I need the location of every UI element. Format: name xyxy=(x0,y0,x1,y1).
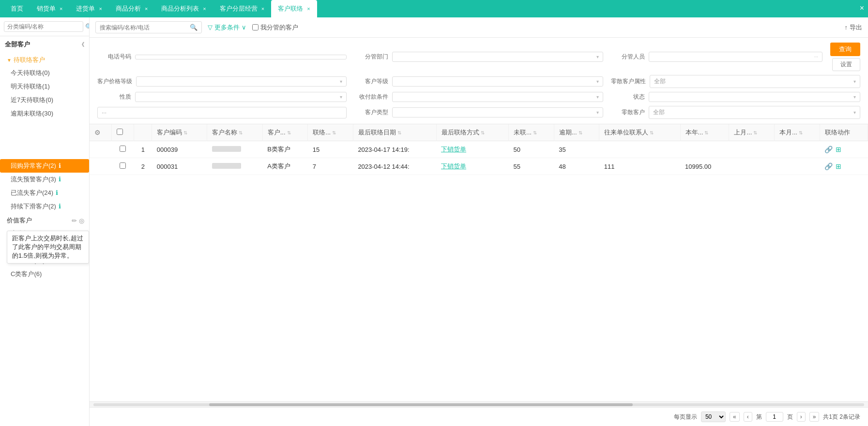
query-settings-actions: 查询 设置 xyxy=(830,43,860,71)
nature-input[interactable]: ▾ xyxy=(135,92,347,102)
sidebar-search: 🔍 xyxy=(0,17,89,36)
settings-button[interactable]: 设置 xyxy=(832,58,860,71)
value-customer-group[interactable]: 价值客户 ✏ ◎ xyxy=(0,213,89,227)
close-analysis-tab[interactable]: × xyxy=(145,6,148,12)
row1-link-icon[interactable]: 🔗 xyxy=(824,146,833,153)
col-type[interactable]: 客户... ⇅ xyxy=(262,124,308,141)
scatter-customer-input[interactable]: 全部 ▾ xyxy=(649,106,860,119)
extra-input[interactable]: ··· xyxy=(97,107,347,118)
person-input[interactable]: ··· xyxy=(649,52,822,62)
customer-grade-icon: ▾ xyxy=(596,79,599,84)
export-icon: ↑ xyxy=(845,24,848,31)
payment-input[interactable]: ▾ xyxy=(392,92,604,102)
filter-row-payment: 收付款条件 ▾ xyxy=(354,92,604,102)
col-settings[interactable]: ⚙ xyxy=(90,124,112,141)
phone-input[interactable] xyxy=(135,55,347,59)
row1-check[interactable] xyxy=(120,146,126,152)
close-sales-tab[interactable]: × xyxy=(60,6,62,12)
select-all-checkbox[interactable] xyxy=(117,129,123,135)
status-input[interactable]: ▾ xyxy=(649,92,860,102)
page-size-select[interactable]: 50 100 200 xyxy=(701,411,726,422)
customer-type-input[interactable]: ▾ xyxy=(392,107,604,118)
sidebar-item-churned[interactable]: 已流失客户(24) ℹ xyxy=(0,186,89,200)
row1-type: B类客户 xyxy=(262,141,308,158)
close-analysis-list-tab[interactable]: × xyxy=(203,6,206,12)
close-customer-mgmt-tab[interactable]: × xyxy=(261,6,264,12)
search-box[interactable]: 🔍 xyxy=(95,21,202,33)
sidebar-item-tomorrow[interactable]: 明天待联络(1) xyxy=(0,80,89,93)
sidebar-search-icon[interactable]: 🔍 xyxy=(85,23,90,30)
customer-grade-input[interactable]: ▾ xyxy=(392,76,604,87)
search-input[interactable] xyxy=(100,24,188,31)
category-search-input[interactable] xyxy=(4,21,83,32)
filter-row-status: 状态 ▾ xyxy=(611,92,860,102)
nav-tab-customer-mgmt[interactable]: 客户分层经营 × xyxy=(213,0,271,17)
row2-checkbox[interactable] xyxy=(112,158,134,175)
row2-check[interactable] xyxy=(120,162,126,169)
nav-tab-customer-contact[interactable]: 客户联络 × xyxy=(271,0,317,17)
col-this-year[interactable]: 本年... ⇅ xyxy=(680,124,729,141)
row1-grid-icon[interactable]: ⊞ xyxy=(836,146,841,153)
dept-input[interactable]: ▾ xyxy=(392,52,604,62)
row1-checkbox[interactable] xyxy=(112,141,134,158)
close-purchase-tab[interactable]: × xyxy=(99,6,102,12)
price-grade-input[interactable]: ▾ xyxy=(136,76,347,87)
col-last-month[interactable]: 上月... ⇅ xyxy=(729,124,775,141)
scatter-attr-input[interactable]: 全部 ▾ xyxy=(650,75,860,88)
more-conditions-btn[interactable]: ▽ 更多条件 ∨ xyxy=(208,23,246,32)
collapse-icon: 《 xyxy=(79,41,84,48)
row2-link-icon[interactable]: 🔗 xyxy=(824,162,833,170)
sidebar-item-overdue[interactable]: 逾期未联络(30) xyxy=(0,107,89,120)
sidebar-item-today[interactable]: 今天待联络(0) xyxy=(0,66,89,80)
my-customers-check[interactable] xyxy=(252,24,259,30)
scroll-thumb[interactable] xyxy=(209,403,633,406)
nav-tab-analysis-list[interactable]: 商品分析列表 × xyxy=(154,0,213,17)
horizontal-scrollbar[interactable] xyxy=(90,401,868,407)
sidebar-item-c-type[interactable]: C类客户(6) xyxy=(0,267,89,281)
col-contact[interactable]: 联络... ⇅ xyxy=(308,124,353,141)
prev-page-btn[interactable]: ‹ xyxy=(744,412,752,422)
col-overdue[interactable]: 逾期... ⇅ xyxy=(554,124,599,141)
payment-label: 收付款条件 xyxy=(354,93,388,101)
sidebar-item-repurchase-anomaly[interactable]: 回购异常客户(2) ℹ xyxy=(0,159,89,173)
col-this-month[interactable]: 本月... ⇅ xyxy=(775,124,820,141)
scroll-track[interactable] xyxy=(93,403,864,406)
last-page-btn[interactable]: » xyxy=(809,412,820,422)
pending-contact-group[interactable]: 待联络客户 xyxy=(0,53,89,66)
row2-this-month xyxy=(775,158,820,175)
query-button[interactable]: 查询 xyxy=(830,43,860,56)
phone-label: 电话号码 xyxy=(97,53,131,61)
sidebar-item-7days[interactable]: 近7天待联络(0) xyxy=(0,93,89,107)
window-close-button[interactable]: × xyxy=(860,4,864,13)
col-name[interactable]: 客户名称 ⇅ xyxy=(207,124,262,141)
my-customers-checkbox[interactable]: 我分管的客户 xyxy=(252,23,298,32)
current-page-input[interactable] xyxy=(766,412,783,422)
top-nav: 首页 销货单 × 进货单 × 商品分析 × 商品分析列表 × 客户分层经营 × … xyxy=(0,0,868,17)
next-page-btn[interactable]: › xyxy=(797,412,806,422)
overdue-sort-icon: ⇅ xyxy=(579,130,582,135)
chevron-down-icon: ∨ xyxy=(242,24,246,31)
col-last-date[interactable]: 最后联络日期 ⇅ xyxy=(353,124,436,141)
row1-uncontacted: 50 xyxy=(509,141,554,158)
table-settings-icon[interactable]: ⚙ xyxy=(94,129,101,136)
all-customers-header[interactable]: 全部客户 《 xyxy=(0,36,89,53)
sidebar-item-declining[interactable]: 持续下滑客户(2) ℹ xyxy=(0,200,89,213)
nav-tab-purchase[interactable]: 进货单 × xyxy=(69,0,108,17)
filter-row-phone: 电话号码 xyxy=(97,43,347,71)
row2-grid-icon[interactable]: ⊞ xyxy=(836,162,841,170)
export-button[interactable]: ↑ 导出 xyxy=(845,23,863,32)
nav-tab-home[interactable]: 首页 xyxy=(4,0,30,17)
col-unit-contact[interactable]: 往来单位联系人 ⇅ xyxy=(599,124,680,141)
col-code[interactable]: 客户编码 ⇅ xyxy=(152,124,207,141)
main-layout: 🔍 全部客户 《 待联络客户 今天待联络(0) 明天待联络(1) 近7天待联络(… xyxy=(0,17,868,426)
row2-last-month xyxy=(729,158,775,175)
sidebar-item-churn-warning[interactable]: 流失预警客户(3) ℹ xyxy=(0,173,89,186)
first-page-btn[interactable]: « xyxy=(730,412,740,422)
col-last-method[interactable]: 最后联络方式 ⇅ xyxy=(436,124,509,141)
close-customer-contact-tab[interactable]: × xyxy=(307,6,310,12)
status-label: 状态 xyxy=(611,93,645,101)
col-uncontacted[interactable]: 未联... ⇅ xyxy=(509,124,554,141)
this-year-sort-icon: ⇅ xyxy=(704,130,708,135)
nav-tab-sales[interactable]: 销货单 × xyxy=(30,0,69,17)
nav-tab-analysis[interactable]: 商品分析 × xyxy=(109,0,154,17)
